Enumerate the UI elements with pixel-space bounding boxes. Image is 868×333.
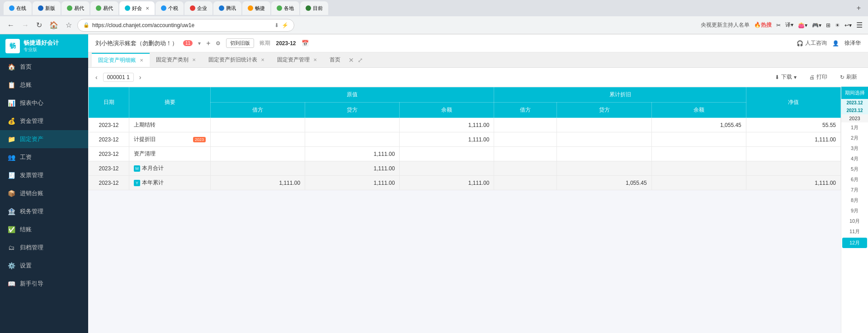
browser-tab-1[interactable]: 新版 [33,1,61,15]
cell-orig-credit: 1,111.00 [305,176,400,190]
page-tab-0[interactable]: 首页 [323,53,347,66]
page-tab-close-3[interactable]: ✕ [192,57,196,62]
account-dropdown-icon[interactable]: ▾ [198,40,201,47]
headset-icon: 🎧 [797,40,803,47]
scissors-icon[interactable]: ✂ [776,22,781,28]
menu-icon[interactable]: ☰ [856,21,863,29]
sidebar-icon-3: 💰 [7,117,15,125]
refresh-btn[interactable]: ↻ 刷新 [836,71,861,83]
sidebar-label-12: 新手引导 [20,280,43,288]
print-btn[interactable]: 🖨 打印 [806,71,831,83]
translate-icon[interactable]: 译▾ [785,21,793,29]
nav-refresh-btn[interactable]: ↻ [34,19,44,31]
page-tab-close-4[interactable]: ✕ [140,58,143,63]
account-number-field[interactable]: 000001 1 [103,73,134,82]
page-tab-4[interactable]: 固定资产明细账✕ [92,53,150,67]
undo-icon[interactable]: ↩▾ [844,22,852,28]
sidebar-item-报表中心[interactable]: 📊报表中心 [0,94,88,112]
sidebar-label-2: 报表中心 [20,99,43,107]
customer-service-label: 人工咨询 [805,39,827,47]
page-tab-label-3: 固定资产类别 [156,56,189,64]
sidebar-icon-7: 📦 [7,189,15,197]
period-month-12月[interactable]: 12月 [842,238,867,248]
sidebar-item-归档管理[interactable]: 🗂归档管理 [0,239,88,257]
browser-tab-3[interactable]: 易代 [90,1,118,15]
browser-tab-0[interactable]: 在线 [4,1,32,15]
page-tab-1[interactable]: 固定资产管理✕ [271,53,323,66]
period-month-1月[interactable]: 1月 [841,122,868,133]
browser-tab-9[interactable]: 各地 [271,1,299,15]
cell-orig-balance: 1,111.00 [400,176,494,190]
hot-search-label[interactable]: 🔥热搜 [754,21,772,29]
user-name[interactable]: 徐泽华 [844,39,861,47]
address-bar[interactable]: 🔒 https://cloud.chanjet.com/accounting/u… [77,19,294,32]
grid-icon[interactable]: ⊞ [826,22,830,28]
th-summary: 摘要 [129,87,211,118]
download-btn[interactable]: ⬇ 下载 ▾ [771,71,800,83]
period-month-10月[interactable]: 10月 [841,216,868,226]
period-month-2月[interactable]: 2月 [841,133,868,143]
sidebar-item-税务管理[interactable]: 🏦税务管理 [0,202,88,220]
tab-close-all-btn[interactable]: ✕ [347,55,356,66]
page-tab-close-2[interactable]: ✕ [261,57,264,62]
sidebar-label-6: 发票管理 [20,171,43,179]
page-tab-3[interactable]: 固定资产类别✕ [150,53,202,66]
period-month-8月[interactable]: 8月 [841,195,868,206]
nav-bookmark-btn[interactable]: ☆ [64,19,74,31]
sidebar-item-资金管理[interactable]: 💰资金管理 [0,112,88,130]
nav-home-btn[interactable]: 🏠 [47,19,60,31]
browser-tab-5[interactable]: 个税 [156,1,184,15]
browser-tab-6[interactable]: 企业 [184,1,212,15]
browser-tab-4[interactable]: 好会✕ [119,1,155,15]
period-month-3月[interactable]: 3月 [841,143,868,154]
main-content: 刘小艳演示账套（勿删勿动！） 11 ▾ + ⚙ 切到旧版 账期 2023-12 … [88,34,868,333]
period-month-5月[interactable]: 5月 [841,164,868,174]
browser-tab-10[interactable]: 目前 [300,1,328,15]
prev-account-btn[interactable]: ‹ [95,74,98,81]
th-accumulated-depreciation: 累计折旧 [494,87,746,103]
browser-tab-2[interactable]: 易代 [61,1,90,15]
tab-add-btn[interactable]: + [853,2,864,14]
game-icon[interactable]: 🎮▾ [812,22,821,28]
download-label: 下载 [781,73,792,81]
brightness-icon[interactable]: ☀ [835,22,840,28]
calendar-icon[interactable]: 📅 [302,40,309,47]
page-tab-close-1[interactable]: ✕ [313,57,317,62]
browser-tab-7[interactable]: 腾讯 [213,1,241,15]
cell-orig-debit [211,147,305,161]
browser-tab-8[interactable]: 畅捷 [242,1,270,15]
address-flash-icon[interactable]: ⚡ [282,22,288,28]
nav-back-btn[interactable]: ← [5,19,16,31]
sidebar-item-总账[interactable]: 📋总账 [0,76,88,94]
add-account-btn[interactable]: + [206,39,210,47]
nav-forward-btn[interactable]: → [20,19,31,31]
address-expand-icon[interactable]: ⬇ [274,22,279,28]
sidebar-item-新手引导[interactable]: 📖新手引导 [0,275,88,293]
sidebar-item-进销台账[interactable]: 📦进销台账 [0,184,88,202]
period-month-7月[interactable]: 7月 [841,185,868,195]
cell-net-value: 1,111.00 [746,132,840,147]
sidebar-item-设置[interactable]: ⚙️设置 [0,257,88,275]
next-account-btn[interactable]: › [139,74,142,81]
sidebar-item-首页[interactable]: 🏠首页 [0,58,88,76]
cell-date: 2023-12 [89,176,129,190]
tab-expand-btn[interactable]: ⤢ [356,55,365,66]
switch-version-btn[interactable]: 切到旧版 [226,38,254,48]
period-month-4月[interactable]: 4月 [841,154,868,164]
sidebar-label-3: 资金管理 [20,117,43,125]
period-year[interactable]: 2023 [841,114,868,122]
period-month-11月[interactable]: 11月 [841,226,868,237]
sidebar-item-发票管理[interactable]: 🧾发票管理 [0,166,88,184]
sidebar-item-结账[interactable]: ✅结账 [0,220,88,239]
period-month-9月[interactable]: 9月 [841,206,868,216]
page-tab-2[interactable]: 固定资产折旧统计表✕ [202,53,271,66]
sidebar-icon-10: 🗂 [7,244,15,252]
toolbar-right: ⬇ 下载 ▾ 🖨 打印 ↻ 刷新 [771,71,861,83]
period-month-6月[interactable]: 6月 [841,174,868,185]
wallet-icon[interactable]: 👛▾ [798,22,807,28]
browser-toolbar: 央视更新主持人名单 🔥热搜 ✂ 译▾ 👛▾ 🎮▾ ⊞ ☀ ↩▾ ☰ [701,21,863,29]
settings-icon[interactable]: ⚙ [216,40,221,47]
customer-service-btn[interactable]: 🎧 人工咨询 [797,39,827,47]
sidebar-item-固定资产[interactable]: 📁固定资产 [0,130,88,148]
sidebar-item-工资[interactable]: 👥工资 [0,148,88,166]
